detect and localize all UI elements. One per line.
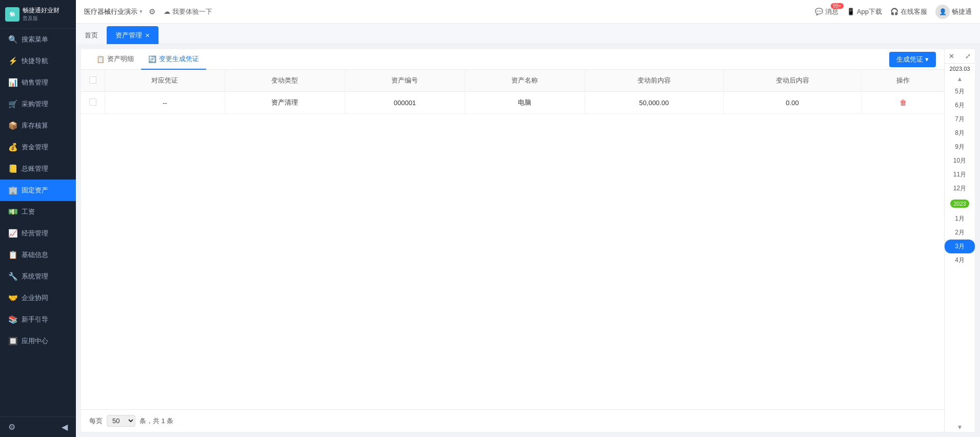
top-header: 医疗器械行业演示 ▾ ⚙ ☁ 我要体验一下 💬 消息 99+ 📱 App下载 🎧… [76, 0, 980, 24]
month-item-12[interactable]: 12月 [945, 182, 975, 195]
app-label: App下载 [857, 7, 882, 16]
sidebar-logo: 畅 畅捷通好业财 普及版 [0, 0, 76, 29]
tab-asset[interactable]: 资产管理 ✕ [107, 26, 158, 44]
month-item-6[interactable]: 6月 [945, 98, 975, 112]
year-2023-badge: 2023 [945, 195, 975, 212]
td-change-type: 资产清理 [225, 92, 345, 114]
sidebar-item-basic[interactable]: 📋 基础信息 [0, 244, 76, 266]
header-checkbox[interactable] [89, 76, 96, 84]
sidebar-item-system[interactable]: 🔧 系统管理 [0, 266, 76, 287]
sidebar-item-inventory[interactable]: 📦 库存核算 [0, 115, 76, 136]
sidebar-item-label: 应用中心 [22, 336, 48, 346]
header-experience[interactable]: ☁ 我要体验一下 [164, 7, 212, 16]
month-item-3-current[interactable]: 3月 [945, 240, 975, 253]
month-item-5[interactable]: 5月 [945, 85, 975, 98]
td-operation: 🗑 [862, 92, 944, 114]
experience-label: 我要体验一下 [172, 7, 212, 16]
right-panel-expand-icon[interactable]: ⤢ [965, 52, 971, 60]
sidebar-item-guide[interactable]: 📚 新手引导 [0, 309, 76, 330]
table-footer: 每页 50 10 20 100 条，共 1 条 [81, 409, 944, 432]
sub-tab-voucher[interactable]: 🔄 变更生成凭证 [141, 49, 206, 70]
content-panel: 📋 资产明细 🔄 变更生成凭证 生成凭证 ▾ [81, 49, 944, 432]
delete-row-icon[interactable]: 🗑 [899, 98, 907, 107]
right-panel-close-icon[interactable]: ✕ [949, 52, 954, 60]
settings-icon[interactable]: ⚙ [8, 422, 15, 432]
sub-tab-detail[interactable]: 📋 资产明细 [89, 49, 141, 70]
user-menu[interactable]: 👤 畅捷通 [935, 5, 972, 19]
header-company-title: 医疗器械行业演示 [84, 7, 137, 16]
per-page-select[interactable]: 50 10 20 100 [107, 415, 135, 427]
avatar: 👤 [935, 5, 950, 19]
month-item-1[interactable]: 1月 [945, 212, 975, 226]
sidebar-item-capital[interactable]: 💰 资金管理 [0, 136, 76, 158]
tabs-bar: 首页 资产管理 ✕ [76, 24, 980, 44]
sidebar-item-quicknav[interactable]: ⚡ 快捷导航 [0, 50, 76, 72]
nav-down[interactable]: ▼ [945, 422, 975, 432]
asset-table: 对应凭证 变动类型 资产编号 资产名称 变动前内容 变动后内容 操作 [81, 70, 944, 114]
message-button[interactable]: 💬 消息 99+ [815, 7, 838, 16]
sub-tab-detail-label: 资产明细 [107, 54, 134, 64]
th-change-type: 变动类型 [225, 70, 345, 92]
sidebar-item-purchase[interactable]: 🛒 采购管理 [0, 93, 76, 115]
month-item-10[interactable]: 10月 [945, 154, 975, 168]
per-page-label: 每页 [89, 416, 103, 426]
generate-voucher-button[interactable]: 生成凭证 ▾ [889, 52, 936, 67]
ledger-icon: 📒 [8, 164, 17, 173]
sidebar: 畅 畅捷通好业财 普及版 🔍 搜索菜单 ⚡ 快捷导航 📊 销售管理 🛒 采购管理… [0, 0, 76, 437]
month-item-2[interactable]: 2月 [945, 226, 975, 240]
fixed-icon: 🏢 [8, 186, 17, 195]
salary-icon: 💵 [8, 207, 17, 216]
sidebar-item-label: 库存核算 [22, 121, 48, 130]
collapse-icon[interactable]: ◀ [62, 422, 68, 432]
sidebar-item-fixed[interactable]: 🏢 固定资产 [0, 180, 76, 201]
sidebar-item-label: 经营管理 [22, 229, 48, 238]
total-label: 条，共 1 条 [139, 416, 173, 426]
sidebar-item-label: 采购管理 [22, 100, 48, 109]
header-dropdown-arrow[interactable]: ▾ [139, 8, 143, 15]
header-gear-icon[interactable]: ⚙ [149, 7, 155, 16]
th-asset-code: 资产编号 [345, 70, 465, 92]
sidebar-item-label: 企业协同 [22, 293, 48, 303]
tab-close-icon[interactable]: ✕ [145, 32, 150, 39]
sidebar-item-label: 新手引导 [22, 315, 48, 324]
main-area: 医疗器械行业演示 ▾ ⚙ ☁ 我要体验一下 💬 消息 99+ 📱 App下载 🎧… [76, 0, 980, 437]
row-checkbox[interactable] [89, 98, 96, 106]
purchase-icon: 🛒 [8, 100, 17, 109]
sidebar-item-ledger[interactable]: 📒 总账管理 [0, 158, 76, 180]
month-item-7[interactable]: 7月 [945, 112, 975, 126]
th-checkbox [81, 70, 105, 92]
year-month-header: 2023.03 [945, 64, 975, 74]
sidebar-item-label: 快捷导航 [22, 56, 48, 66]
td-voucher-ref: -- [105, 92, 225, 114]
tab-home[interactable]: 首页 [76, 26, 107, 44]
user-label: 畅捷通 [952, 7, 972, 16]
sidebar-item-appstore[interactable]: 🔲 应用中心 [0, 330, 76, 352]
sidebar-item-search[interactable]: 🔍 搜索菜单 [0, 29, 76, 50]
sidebar-item-salary[interactable]: 💵 工资 [0, 201, 76, 223]
td-after-change: 0.00 [723, 92, 862, 114]
logo-subtitle: 普及版 [23, 15, 59, 22]
month-item-4[interactable]: 4月 [945, 253, 975, 267]
month-item-8[interactable]: 8月 [945, 126, 975, 140]
th-operation: 操作 [862, 70, 944, 92]
sidebar-item-operations[interactable]: 📈 经营管理 [0, 223, 76, 244]
month-item-11[interactable]: 11月 [945, 168, 975, 182]
td-asset-name: 电脑 [465, 92, 585, 114]
sidebar-item-label: 系统管理 [22, 272, 48, 281]
sidebar-item-label: 工资 [22, 207, 35, 216]
sidebar-item-cooperation[interactable]: 🤝 企业协同 [0, 287, 76, 309]
sidebar-item-sales[interactable]: 📊 销售管理 [0, 72, 76, 93]
month-item-9[interactable]: 9月 [945, 140, 975, 154]
year-tag-2023: 2023 [950, 200, 969, 208]
month-list: 5月 6月 7月 8月 9月 10月 11月 12月 2023 1月 2月 3月… [945, 84, 975, 422]
table-container: 对应凭证 变动类型 资产编号 资产名称 变动前内容 变动后内容 操作 [81, 70, 944, 409]
sales-icon: 📊 [8, 78, 17, 87]
right-panel-header: ✕ ⤢ [945, 49, 975, 64]
detail-icon: 📋 [96, 55, 105, 63]
nav-up[interactable]: ▲ [945, 74, 975, 84]
right-panel: ✕ ⤢ 2023.03 ▲ 5月 6月 7月 8月 9月 10月 11月 12月… [944, 49, 975, 432]
tab-home-label: 首页 [85, 31, 98, 40]
online-service-button[interactable]: 🎧 在线客服 [890, 7, 927, 16]
th-before-change: 变动前内容 [585, 70, 723, 92]
app-download-button[interactable]: 📱 App下载 [847, 7, 882, 16]
